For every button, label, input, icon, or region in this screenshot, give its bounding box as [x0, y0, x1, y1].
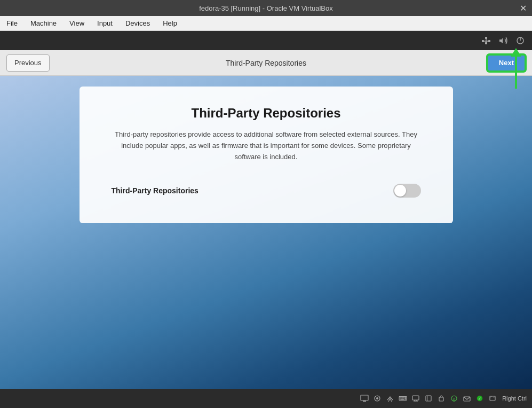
menu-help[interactable]: Help [161, 18, 179, 28]
svg-rect-13 [412, 396, 419, 400]
next-button[interactable]: Next [487, 54, 526, 72]
toggle-label: Third-Party Repositories [112, 186, 198, 195]
svg-rect-0 [485, 42, 487, 44]
toggle-row: Third-Party Repositories [112, 179, 421, 202]
svg-rect-3 [485, 37, 487, 39]
svg-rect-10 [363, 401, 366, 402]
toolbar [0, 31, 532, 50]
svg-rect-9 [361, 395, 368, 401]
power-icon[interactable] [514, 34, 527, 47]
taskbar-icon-2[interactable] [372, 393, 383, 404]
svg-text:✓: ✓ [478, 397, 481, 401]
taskbar-icon-3[interactable] [385, 393, 395, 404]
taskbar-icon-6[interactable] [423, 393, 434, 404]
taskbar-icon-8[interactable]: g [449, 393, 459, 404]
taskbar-icon-7[interactable] [436, 393, 447, 404]
taskbar-icon-1[interactable] [359, 393, 370, 404]
menu-file[interactable]: File [4, 18, 20, 28]
taskbar-icon-11[interactable] [487, 393, 498, 404]
menu-input[interactable]: Input [95, 18, 115, 28]
taskbar-icon-4[interactable]: ⌨ [398, 393, 408, 404]
main-content: Third-Party Repositories Third-party rep… [0, 76, 532, 389]
network-icon[interactable] [480, 34, 493, 47]
menu-bar: File Machine View Input Devices Help [0, 16, 532, 31]
close-button[interactable]: ✕ [520, 3, 527, 13]
menu-devices[interactable]: Devices [123, 18, 152, 28]
third-party-toggle[interactable] [393, 184, 421, 198]
content-panel: Third-Party Repositories Third-party rep… [80, 87, 453, 223]
toggle-knob [394, 185, 406, 197]
header-bar: Previous Third-Party Repositories Next [0, 50, 532, 76]
svg-text:g: g [453, 397, 455, 402]
panel-description: Third-party repositories provide access … [112, 129, 421, 162]
taskbar-icon-9[interactable] [462, 393, 472, 404]
svg-rect-17 [426, 396, 431, 401]
menu-view[interactable]: View [67, 18, 86, 28]
taskbar-icon-10[interactable]: ✓ [474, 393, 485, 404]
audio-icon[interactable] [497, 34, 510, 47]
svg-rect-19 [439, 397, 443, 401]
window-title: fedora-35 [Running] - Oracle VM VirtualB… [199, 4, 333, 12]
page-title: Third-Party Repositories [226, 59, 306, 67]
panel-title: Third-Party Repositories [112, 106, 421, 121]
menu-machine[interactable]: Machine [28, 18, 59, 28]
svg-point-12 [376, 397, 378, 399]
taskbar-icon-5[interactable] [410, 393, 421, 404]
taskbar: ⌨ g ✓ [0, 389, 532, 408]
previous-button[interactable]: Previous [6, 54, 50, 72]
right-ctrl-label: Right Ctrl [502, 395, 527, 402]
title-bar: fedora-35 [Running] - Oracle VM VirtualB… [0, 0, 532, 16]
